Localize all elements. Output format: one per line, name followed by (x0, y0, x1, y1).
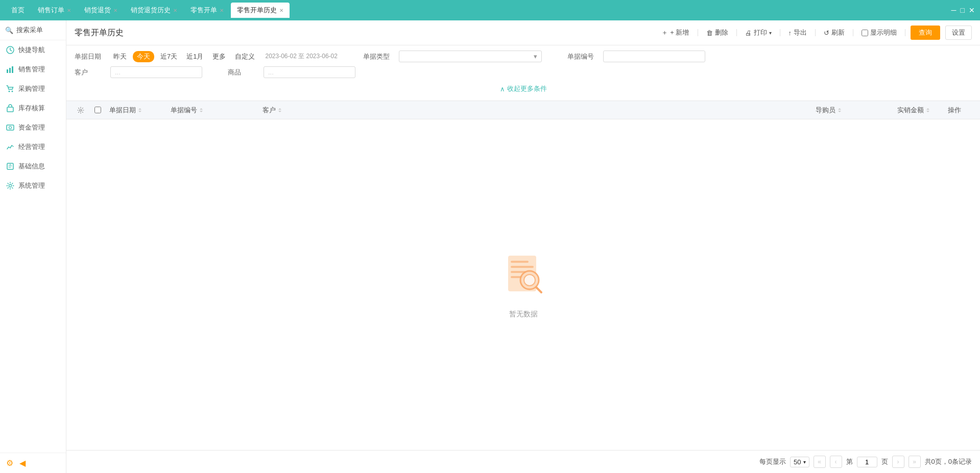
close-tab-sales-order[interactable]: ✕ (67, 8, 71, 13)
sidebar-item-purchase-mgmt[interactable]: 采购管理 (0, 79, 66, 98)
page-number-input[interactable] (857, 457, 877, 467)
sidebar-item-label: 销售管理 (18, 65, 45, 74)
window-restore[interactable]: □ (961, 6, 965, 14)
delete-button[interactable]: 🗑 删除 (703, 27, 731, 39)
per-page-dropdown-icon: ▾ (803, 459, 806, 465)
export-icon: ↑ (788, 29, 792, 37)
sidebar-item-system[interactable]: 系统管理 (0, 176, 66, 195)
goods-label: 商品 (228, 68, 258, 77)
page-label: 第 (846, 457, 853, 466)
last-page-btn[interactable]: » (909, 456, 921, 468)
refresh-button[interactable]: ↺ 刷新 (821, 27, 848, 39)
toolbar-divider-5 (853, 29, 853, 36)
date-options: 昨天 今天 近7天 近1月 更多 自定义 2023-06-02 至 2023-0… (110, 51, 338, 62)
svg-rect-1 (7, 69, 8, 73)
dropdown-arrow-icon: ▾ (534, 53, 537, 60)
purchase-mgmt-icon (6, 85, 14, 93)
sort-customer-icon (278, 108, 282, 113)
top-nav: 首页 销售订单 ✕ 销货退货 ✕ 销货退货历史 ✕ 零售开单 ✕ 零售开单历史 … (0, 0, 980, 20)
query-button[interactable]: 查询 (911, 26, 940, 40)
svg-point-10 (10, 164, 11, 165)
print-button[interactable]: 🖨 打印 ▾ (742, 27, 775, 39)
toolbar-divider-2 (736, 29, 737, 36)
th-guide[interactable]: 导购员 (811, 106, 873, 115)
date-option-last1m[interactable]: 近1月 (183, 51, 206, 62)
close-tab-retail-history[interactable]: ✕ (279, 8, 283, 13)
date-option-last7[interactable]: 近7天 (157, 51, 180, 62)
first-page-btn[interactable]: « (814, 456, 826, 468)
sidebar-search[interactable]: 🔍 搜索采单 (0, 20, 66, 40)
finance-icon (6, 123, 14, 132)
close-tab-sales-return[interactable]: ✕ (113, 8, 117, 13)
date-option-yesterday[interactable]: 昨天 (110, 51, 130, 62)
sidebar-item-quick-nav[interactable]: 快捷导航 (0, 40, 66, 60)
settings-gear-icon[interactable]: ⚙ (6, 458, 13, 468)
date-option-today[interactable]: 今天 (133, 51, 154, 62)
toolbar: ＋ + 新增 🗑 删除 🖨 打印 ▾ ↑ 导出 (658, 26, 972, 40)
tab-sales-return[interactable]: 销货退货 ✕ (78, 3, 124, 18)
page-header: 零售开单历史 ＋ + 新增 🗑 删除 🖨 打印 ▾ (66, 20, 980, 45)
sort-amount-icon (926, 108, 930, 113)
table-area: 单据日期 单据编号 客户 (66, 101, 980, 450)
tab-sales-return-history[interactable]: 销货退货历史 ✕ (125, 3, 183, 18)
date-label: 单据日期 (75, 52, 105, 61)
export-button[interactable]: ↑ 导出 (785, 27, 810, 39)
pagination: 每页显示 50 ▾ « ‹ 第 页 › » 共0页，0条记录 (66, 450, 980, 473)
svg-point-5 (12, 91, 13, 92)
select-all-checkbox[interactable] (90, 107, 105, 113)
th-customer[interactable]: 客户 (258, 106, 811, 115)
basic-info-icon (6, 162, 14, 170)
sales-mgmt-icon (6, 65, 14, 73)
filter-row-1: 单据日期 昨天 今天 近7天 近1月 更多 自定义 2023-06-02 至 2… (75, 51, 972, 62)
sidebar-item-finance[interactable]: 资金管理 (0, 118, 66, 137)
page-suffix: 页 (881, 457, 888, 466)
add-button[interactable]: ＋ + 新增 (658, 27, 692, 39)
customer-input[interactable]: ... (110, 66, 202, 78)
doc-type-select[interactable]: ▾ (399, 51, 542, 62)
display-cols-checkbox[interactable] (862, 30, 868, 36)
collapse-sidebar-icon[interactable]: ◀ (19, 458, 26, 468)
sidebar-item-basic-info[interactable]: 基础信息 (0, 157, 66, 176)
th-amount[interactable]: 实销金额 (873, 106, 934, 115)
tab-home[interactable]: 首页 (5, 3, 31, 18)
sidebar-item-label: 基础信息 (18, 162, 45, 171)
sidebar-item-sales-mgmt[interactable]: 销售管理 (0, 60, 66, 79)
doc-type-label: 单据类型 (363, 52, 394, 61)
sort-guide-icon (838, 108, 842, 113)
column-settings-btn[interactable] (71, 107, 90, 114)
main-layout: 🔍 搜索采单 快捷导航 销售管理 采购管理 库存核算 (0, 20, 980, 473)
svg-rect-6 (7, 107, 13, 112)
per-page-select[interactable]: 50 ▾ (790, 457, 809, 467)
svg-rect-3 (12, 66, 13, 73)
next-page-btn[interactable]: › (892, 456, 904, 468)
collapse-bar[interactable]: ∧ 收起更多条件 (75, 82, 972, 95)
refresh-icon: ↺ (824, 29, 829, 37)
tab-sales-order[interactable]: 销售订单 ✕ (32, 3, 77, 18)
settings-button[interactable]: 设置 (945, 26, 972, 40)
close-tab-retail-open[interactable]: ✕ (220, 8, 224, 13)
tab-retail-open[interactable]: 零售开单 ✕ (184, 3, 230, 18)
sidebar-item-inventory[interactable]: 库存核算 (0, 98, 66, 118)
goods-input[interactable]: ... (264, 66, 355, 78)
date-range: 2023-06-02 至 2023-06-02 (265, 52, 337, 61)
doc-num-input[interactable] (603, 51, 705, 62)
empty-state: 暂无数据 (66, 119, 980, 450)
delete-icon: 🗑 (706, 29, 713, 37)
th-date[interactable]: 单据日期 (105, 106, 166, 115)
toolbar-divider-3 (780, 29, 780, 36)
svg-point-8 (9, 127, 12, 129)
svg-rect-15 (511, 266, 534, 268)
date-option-more[interactable]: 更多 (209, 51, 229, 62)
th-number[interactable]: 单据编号 (166, 106, 258, 115)
prev-page-btn[interactable]: ‹ (830, 456, 842, 468)
tab-retail-history[interactable]: 零售开单历史 ✕ (231, 3, 290, 18)
sidebar-item-operations[interactable]: 经营管理 (0, 137, 66, 157)
close-tab-sales-return-history[interactable]: ✕ (173, 8, 177, 13)
th-action: 操作 (934, 106, 975, 115)
window-close[interactable]: ✕ (969, 6, 975, 14)
display-cols-button[interactable]: 显示明细 (858, 27, 900, 39)
window-minimize[interactable]: ─ (951, 6, 957, 14)
date-option-custom[interactable]: 自定义 (232, 51, 258, 62)
empty-text: 暂无数据 (509, 310, 538, 319)
operations-icon (6, 143, 14, 151)
